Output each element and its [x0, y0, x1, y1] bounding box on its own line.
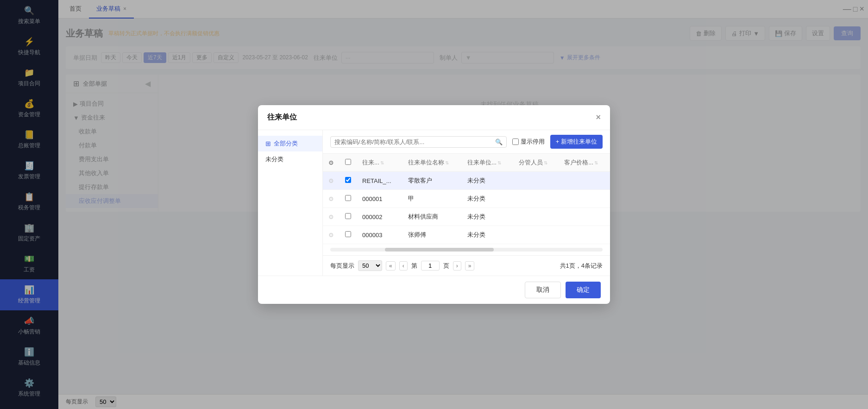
row-settings-cell: ⚙ [323, 172, 340, 190]
th-code[interactable]: 往来...⇅ [357, 154, 403, 172]
row-category-cell: 未分类 [462, 190, 513, 208]
row-price-cell [559, 226, 610, 244]
th-checkbox[interactable] [340, 154, 357, 172]
search-input[interactable] [334, 138, 492, 145]
show-disabled-label: 显示停用 [512, 138, 545, 146]
table-header-row: ⚙ 往来...⇅ 往来单位名称⇅ 往来单位...⇅ [323, 154, 610, 172]
row-code-cell: 000002 [357, 208, 403, 226]
row-name-cell: 张师傅 [403, 226, 462, 244]
row-price-cell [559, 172, 610, 190]
table-row[interactable]: ⚙ 000003 张师傅 未分类 [323, 226, 610, 244]
dialog-header: 往来单位 × [258, 105, 610, 130]
dialog-close-btn[interactable]: × [596, 113, 601, 122]
dialog-actions: 取消 确定 [258, 276, 610, 304]
row-price-cell [559, 190, 610, 208]
row-checkbox-cell[interactable] [340, 226, 357, 244]
table-row[interactable]: ⚙ 000001 甲 未分类 [323, 190, 610, 208]
dialog-title: 往来单位 [267, 113, 297, 122]
per-page-select[interactable]: 50 100 [358, 260, 382, 271]
search-box: 🔍 [330, 136, 507, 148]
dialog-sidebar: ⊞ 全部分类 未分类 [258, 130, 323, 276]
cancel-btn[interactable]: 取消 [525, 282, 561, 298]
sort-icon-cat: ⇅ [497, 160, 501, 165]
main-area: 首页 业务草稿 × — □ × 业务草稿 草稿转为正式单据时，不会执行满额促销优… [58, 0, 868, 409]
add-new-partner-btn[interactable]: + 新增往来单位 [550, 135, 603, 149]
row-checkbox-cell[interactable] [340, 208, 357, 226]
th-category[interactable]: 往来单位...⇅ [462, 154, 513, 172]
row-code-cell: RETAIL_... [357, 172, 403, 190]
sort-icon-code: ⇅ [380, 160, 384, 165]
select-all-checkbox[interactable] [345, 159, 351, 165]
th-settings[interactable]: ⚙ [323, 154, 340, 172]
per-page-label: 每页显示 [330, 262, 354, 270]
show-disabled-checkbox[interactable] [512, 138, 519, 145]
row-checkbox[interactable] [345, 213, 351, 219]
pagination-total: 共1页，4条记录 [560, 262, 603, 270]
dialog-table: ⚙ 往来...⇅ 往来单位名称⇅ 往来单位...⇅ [323, 154, 610, 244]
row-manager-cell [513, 172, 559, 190]
scrollbar-thumb [385, 248, 494, 252]
sort-icon-name: ⇅ [445, 160, 449, 165]
th-name[interactable]: 往来单位名称⇅ [403, 154, 462, 172]
page-label: 第 [411, 262, 417, 270]
partner-dialog: 往来单位 × ⊞ 全部分类 未分类 [258, 105, 610, 304]
dialog-toolbar: 🔍 显示停用 + 新增往来单位 [323, 130, 610, 154]
row-checkbox[interactable] [345, 195, 351, 201]
page-suffix: 页 [443, 262, 449, 270]
first-page-btn[interactable]: « [386, 261, 396, 271]
sort-icon-mgr: ⇅ [544, 160, 547, 165]
pagination-bar: 每页显示 50 100 « ‹ 第 页 › » 共1页，4条记录 [323, 255, 610, 276]
table-row[interactable]: ⚙ 000002 材料供应商 未分类 [323, 208, 610, 226]
row-settings-cell: ⚙ [323, 226, 340, 244]
table-row[interactable]: ⚙ RETAIL_... 零散客户 未分类 [323, 172, 610, 190]
overlay: 往来单位 × ⊞ 全部分类 未分类 [58, 0, 868, 409]
th-manager[interactable]: 分管人员⇅ [513, 154, 559, 172]
partner-table: ⚙ 往来...⇅ 往来单位名称⇅ 往来单位...⇅ [323, 154, 610, 244]
row-manager-cell [513, 226, 559, 244]
search-icon: 🔍 [495, 138, 503, 145]
row-checkbox[interactable] [345, 231, 351, 237]
row-manager-cell [513, 208, 559, 226]
dialog-sidebar-uncat[interactable]: 未分类 [258, 151, 322, 167]
row-name-cell: 零散客户 [403, 172, 462, 190]
page-input[interactable] [421, 261, 440, 271]
th-price[interactable]: 客户价格...⇅ [559, 154, 610, 172]
horizontal-scrollbar[interactable] [330, 248, 603, 252]
confirm-btn[interactable]: 确定 [566, 282, 601, 298]
row-code-cell: 000003 [357, 226, 403, 244]
next-page-btn[interactable]: › [453, 261, 461, 271]
dialog-main: 🔍 显示停用 + 新增往来单位 ⚙ [323, 130, 610, 276]
dialog-sidebar-all[interactable]: ⊞ 全部分类 [258, 136, 322, 151]
row-name-cell: 材料供应商 [403, 208, 462, 226]
dialog-body: ⊞ 全部分类 未分类 🔍 [258, 130, 610, 276]
row-settings-cell: ⚙ [323, 208, 340, 226]
row-category-cell: 未分类 [462, 226, 513, 244]
row-name-cell: 甲 [403, 190, 462, 208]
row-checkbox-cell[interactable] [340, 190, 357, 208]
row-category-cell: 未分类 [462, 208, 513, 226]
row-manager-cell [513, 190, 559, 208]
last-page-btn[interactable]: » [465, 261, 475, 271]
row-checkbox[interactable] [345, 177, 351, 183]
row-category-cell: 未分类 [462, 172, 513, 190]
row-settings-cell: ⚙ [323, 190, 340, 208]
sort-icon-price: ⇅ [594, 160, 598, 165]
row-price-cell [559, 208, 610, 226]
grid-category-icon: ⊞ [265, 140, 271, 147]
prev-page-btn[interactable]: ‹ [399, 261, 408, 271]
row-code-cell: 000001 [357, 190, 403, 208]
row-checkbox-cell[interactable] [340, 172, 357, 190]
